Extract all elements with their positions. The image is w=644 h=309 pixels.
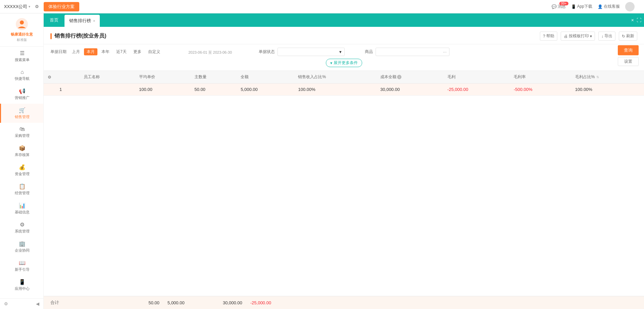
filter-row: 单据日期 上月 本月 本年 近7天 更多 自定义 2023-06-0 — [50, 48, 637, 56]
table-wrapper: ⚙ 员工名称 平均单价 主数量 全额 销售收入占比% 成本全额 i — [44, 71, 644, 296]
settings-button[interactable]: 设置 — [618, 57, 639, 66]
help-button[interactable]: ? 帮助 — [540, 32, 557, 41]
help-icon: ? — [543, 34, 545, 39]
tab-bar: 首页 销售排行榜 × × ⛶ — [44, 13, 644, 27]
sidebar-label-inventory: 库存核算 — [15, 152, 30, 157]
home-icon: ⌂ — [20, 69, 24, 75]
sidebar-item-guide[interactable]: 📖 新手引导 — [0, 256, 43, 275]
window-maximize-icon[interactable]: ⛶ — [637, 17, 641, 23]
sidebar-item-system[interactable]: ⚙ 系统管理 — [0, 218, 43, 237]
summary-row: 合计 50.00 5,000.00 30,000.00 -25,000.00 — [44, 296, 644, 309]
sidebar-settings-icon[interactable]: ⚙ — [4, 301, 8, 306]
sidebar-item-sales[interactable]: 🛒 销售管理 — [0, 104, 43, 123]
status-select[interactable]: ▾ — [277, 48, 345, 56]
sidebar-item-operation[interactable]: 📋 经营管理 — [0, 180, 43, 199]
service-icon: 👤 — [598, 4, 603, 9]
summary-label: 合计 — [50, 300, 77, 306]
export-label: 导出 — [604, 33, 612, 39]
company-selector[interactable]: XXXXX公司 ▾ — [4, 4, 30, 10]
page-header: 销售排行榜(按业务员) ? 帮助 🖨 按模板打印 ▾ ↓ 导出 — [44, 27, 644, 44]
cell-sales-pct: 100.00% — [294, 84, 376, 96]
sidebar-item-quicknav[interactable]: ⌂ 快捷导航 — [0, 66, 43, 85]
app-label: App下载 — [577, 4, 592, 9]
tab-bar-right: × ⛶ — [629, 13, 644, 27]
more-dots-icon[interactable]: ··· — [443, 49, 447, 54]
sidebar-item-marketing[interactable]: 📢 营销推广 — [0, 85, 43, 104]
summary-spacer2 — [188, 300, 219, 305]
sidebar-item-search[interactable]: ☰ 搜索菜单 — [0, 47, 43, 66]
summary-spacer — [77, 300, 144, 305]
avatar[interactable] — [625, 2, 635, 11]
sidebar-item-wechat[interactable]: 💬 企业微信 — [0, 295, 43, 298]
header-actions: ? 帮助 🖨 按模板打印 ▾ ↓ 导出 ↻ 刷新 — [540, 32, 637, 41]
expand-button[interactable]: ▾ 展开更多条件 — [326, 59, 362, 67]
export-icon: ↓ — [601, 34, 603, 39]
tab-home[interactable]: 首页 — [44, 13, 65, 27]
refresh-label: 刷新 — [626, 33, 634, 39]
cell-name — [80, 84, 135, 96]
date-tab-lastmonth[interactable]: 上月 — [69, 48, 83, 55]
date-tab-7days[interactable]: 近7天 — [114, 48, 129, 55]
sidebar-label-baseinfo: 基础信息 — [15, 210, 30, 215]
col-gross: 毛利 — [443, 71, 510, 84]
sidebar-item-finance[interactable]: 💰 资金管理 — [0, 161, 43, 180]
inventory-icon: 📦 — [19, 145, 26, 151]
tab-close-icon[interactable]: × — [93, 19, 95, 23]
col-sales-pct: 销售收入占比% — [294, 71, 376, 84]
logo-icon — [15, 17, 29, 31]
settings-icon[interactable]: ⚙ — [33, 3, 41, 11]
app-download-button[interactable]: 📱 App下载 — [571, 4, 592, 9]
sidebar-menu: ☰ 搜索菜单 ⌂ 快捷导航 📢 营销推广 🛒 销售管理 🛍 采购管理 📦 库 — [0, 47, 43, 298]
goods-input[interactable]: ··· — [376, 48, 449, 56]
cost-info-icon[interactable]: i — [397, 75, 401, 79]
sidebar-label-finance: 资金管理 — [15, 171, 30, 176]
sidebar-item-inventory[interactable]: 📦 库存核算 — [0, 142, 43, 161]
date-tabs: 上月 本月 本年 近7天 更多 自定义 — [69, 48, 163, 55]
search-menu-icon: ☰ — [20, 50, 25, 56]
sidebar-label-operation: 经营管理 — [15, 191, 30, 196]
content-area: 销售排行榜(按业务员) ? 帮助 🖨 按模板打印 ▾ ↓ 导出 — [44, 27, 644, 309]
logo-sub: 标准版 — [17, 38, 27, 42]
message-button[interactable]: 💬 消息 99+ — [552, 4, 566, 9]
sidebar-item-enterprise[interactable]: 🏢 企业协同 — [0, 237, 43, 256]
status-chevron-icon: ▾ — [339, 49, 342, 54]
sidebar-item-purchase[interactable]: 🛍 采购管理 — [0, 123, 43, 142]
table-row: 1 100.00 50.00 5,000.00 100.00% 30,000.0… — [44, 84, 644, 96]
summary-cost: 30,000.00 — [219, 300, 246, 305]
col-gross-pct: 毛利占比% ⇅ — [571, 71, 644, 84]
tab-sales-ranking[interactable]: 销售排行榜 × — [65, 15, 100, 27]
guide-icon: 📖 — [19, 260, 26, 266]
cell-settings — [44, 84, 55, 96]
app-icon: 📱 — [571, 4, 576, 9]
online-service-button[interactable]: 👤 在线客服 — [598, 4, 620, 9]
query-button[interactable]: 查询 — [618, 45, 639, 55]
col-rank — [55, 71, 80, 84]
date-tab-custom[interactable]: 自定义 — [145, 48, 163, 55]
sidebar-collapse-icon[interactable]: ◀ — [36, 301, 39, 306]
sidebar-label-appcenter: 应用中心 — [15, 286, 30, 291]
sidebar-label-enterprise: 企业协同 — [15, 248, 30, 253]
date-tab-thisyear[interactable]: 本年 — [99, 48, 112, 55]
data-table: ⚙ 员工名称 平均单价 主数量 全额 销售收入占比% 成本全额 i — [44, 71, 644, 96]
export-button[interactable]: ↓ 导出 — [598, 32, 615, 41]
message-icon: 💬 — [552, 4, 557, 9]
purchase-icon: 🛍 — [19, 126, 25, 132]
sidebar-item-baseinfo[interactable]: 📊 基础信息 — [0, 199, 43, 218]
sidebar-item-appcenter[interactable]: 📱 应用中心 — [0, 275, 43, 295]
col-qty: 主数量 — [190, 71, 237, 84]
date-filter: 单据日期 上月 本月 本年 近7天 更多 自定义 — [50, 48, 163, 55]
window-close-icon[interactable]: × — [631, 17, 634, 23]
sidebar-label-marketing: 营销推广 — [15, 95, 30, 100]
baseinfo-icon: 📊 — [19, 202, 26, 209]
trial-button[interactable]: 体验行业方案 — [44, 2, 79, 11]
refresh-button[interactable]: ↻ 刷新 — [619, 32, 637, 41]
date-tab-thismonth[interactable]: 本月 — [84, 48, 97, 55]
summary-amount: 5,000.00 — [164, 300, 189, 305]
print-button[interactable]: 🖨 按模板打印 ▾ — [561, 32, 595, 41]
col-settings[interactable]: ⚙ — [44, 71, 55, 84]
date-tab-more[interactable]: 更多 — [131, 48, 144, 55]
table-header: ⚙ 员工名称 平均单价 主数量 全额 销售收入占比% 成本全额 i — [44, 71, 644, 84]
expand-row: ▾ 展开更多条件 — [50, 56, 637, 67]
summary-data: 50.00 5,000.00 30,000.00 -25,000.00 — [77, 300, 275, 305]
sort-icon[interactable]: ⇅ — [596, 75, 599, 79]
